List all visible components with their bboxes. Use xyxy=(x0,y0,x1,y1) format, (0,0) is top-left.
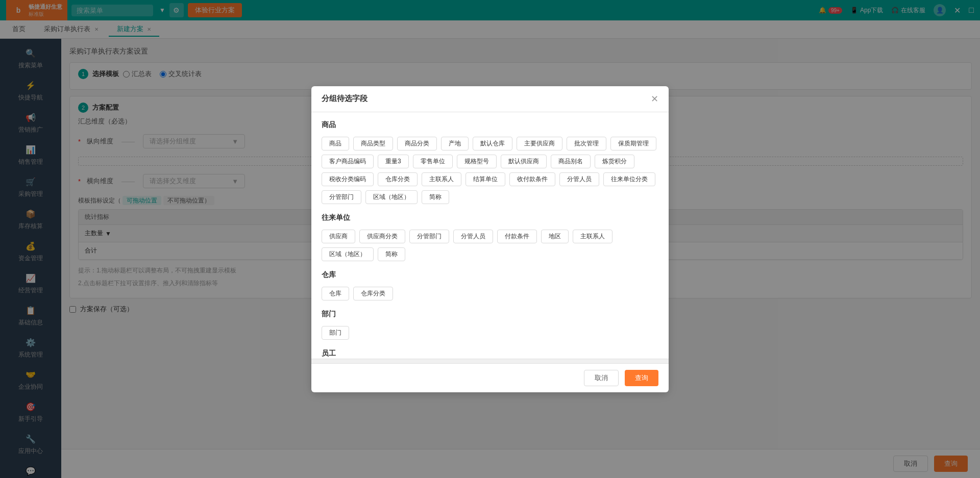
section-warehouse-title: 仓库 xyxy=(322,270,658,282)
tag-region-partner[interactable]: 地区 xyxy=(541,230,569,243)
tag-main-contact[interactable]: 主联系人 xyxy=(422,172,461,186)
tag-warehouse[interactable]: 仓库 xyxy=(322,287,349,300)
section-dept: 部门 部门 xyxy=(322,310,658,340)
tag-settlement-unit[interactable]: 结算单位 xyxy=(465,172,505,186)
tag-warehouse-cat[interactable]: 仓库分类 xyxy=(378,172,418,186)
tag-product-alias[interactable]: 商品别名 xyxy=(551,155,591,168)
section-warehouse: 仓库 仓库 仓库分类 xyxy=(322,270,658,300)
modal-confirm-button[interactable]: 查询 xyxy=(625,370,658,386)
tag-dept[interactable]: 部门 xyxy=(322,326,349,340)
tag-expiry-mgmt[interactable]: 保质期管理 xyxy=(610,137,656,150)
tag-payment-terms[interactable]: 收付款条件 xyxy=(509,172,555,186)
tag-points[interactable]: 炼货积分 xyxy=(595,155,634,168)
section-product-title: 商品 xyxy=(322,120,658,132)
tag-batch-mgmt[interactable]: 批次管理 xyxy=(567,137,606,150)
modal-close-button[interactable]: ✕ xyxy=(651,93,658,105)
tag-main-supplier[interactable]: 主要供应商 xyxy=(517,137,562,150)
tag-customer-code[interactable]: 客户商品编码 xyxy=(322,155,374,168)
modal-header: 分组待选字段 ✕ xyxy=(311,86,669,112)
section-employee: 员工 业务员 xyxy=(322,349,658,359)
tag-payment-cond[interactable]: 付款条件 xyxy=(497,230,537,243)
section-product: 商品 商品 商品类型 商品分类 产地 默认仓库 主要供应商 批次管理 保质期管理… xyxy=(322,120,658,204)
dept-tags: 部门 xyxy=(322,326,658,340)
tag-default-supplier[interactable]: 默认供应商 xyxy=(501,155,547,168)
tag-origin[interactable]: 产地 xyxy=(441,137,469,150)
section-partner-title: 往来单位 xyxy=(322,213,658,224)
tag-product-category[interactable]: 商品分类 xyxy=(397,137,437,150)
tag-warehouse-category[interactable]: 仓库分类 xyxy=(353,287,393,300)
tag-supplier-cat[interactable]: 供应商分类 xyxy=(359,230,405,243)
warehouse-tags: 仓库 仓库分类 xyxy=(322,287,658,300)
tag-default-warehouse[interactable]: 默认仓库 xyxy=(473,137,512,150)
tag-region2[interactable]: 区域（地区） xyxy=(322,247,374,261)
tag-main-contact-partner[interactable]: 主联系人 xyxy=(573,230,612,243)
section-partner: 往来单位 供应商 供应商分类 分管部门 分管人员 付款条件 地区 主联系人 区域… xyxy=(322,213,658,261)
field-selection-modal: 分组待选字段 ✕ 商品 商品 商品类型 商品分类 产地 默认仓库 主要供应商 批… xyxy=(311,86,669,392)
tag-supplier[interactable]: 供应商 xyxy=(322,230,355,243)
tag-supervisor[interactable]: 分管人员 xyxy=(559,172,599,186)
tag-staff-mgmt[interactable]: 分管人员 xyxy=(453,230,493,243)
modal-horizontal-scrollbar[interactable] xyxy=(311,359,669,363)
tag-product-type[interactable]: 商品类型 xyxy=(353,137,393,150)
product-tags: 商品 商品类型 商品分类 产地 默认仓库 主要供应商 批次管理 保质期管理 客户… xyxy=(322,137,658,204)
modal-overlay: 分组待选字段 ✕ 商品 商品 商品类型 商品分类 产地 默认仓库 主要供应商 批… xyxy=(0,0,980,478)
partner-tags: 供应商 供应商分类 分管部门 分管人员 付款条件 地区 主联系人 区域（地区） … xyxy=(322,230,658,261)
tag-tax-code[interactable]: 税收分类编码 xyxy=(322,172,374,186)
section-dept-title: 部门 xyxy=(322,310,658,321)
tag-dept-supervisor[interactable]: 分管部门 xyxy=(322,190,361,204)
tag-dept-mgmt[interactable]: 分管部门 xyxy=(409,230,449,243)
tag-product[interactable]: 商品 xyxy=(322,137,349,150)
modal-footer: 取消 查询 xyxy=(311,363,669,392)
tag-retail-unit[interactable]: 零售单位 xyxy=(413,155,453,168)
modal-cancel-button[interactable]: 取消 xyxy=(584,370,619,386)
tag-spec-model[interactable]: 规格型号 xyxy=(457,155,497,168)
modal-body: 商品 商品 商品类型 商品分类 产地 默认仓库 主要供应商 批次管理 保质期管理… xyxy=(311,112,669,359)
modal-title: 分组待选字段 xyxy=(322,94,368,104)
section-employee-title: 员工 xyxy=(322,349,658,359)
tag-region-product[interactable]: 区域（地区） xyxy=(365,190,418,204)
tag-weight3[interactable]: 重量3 xyxy=(378,155,409,168)
tag-short-name-product[interactable]: 简称 xyxy=(422,190,449,204)
tag-short-name-partner[interactable]: 简称 xyxy=(378,247,405,261)
tag-partner-category[interactable]: 往来单位分类 xyxy=(603,172,655,186)
